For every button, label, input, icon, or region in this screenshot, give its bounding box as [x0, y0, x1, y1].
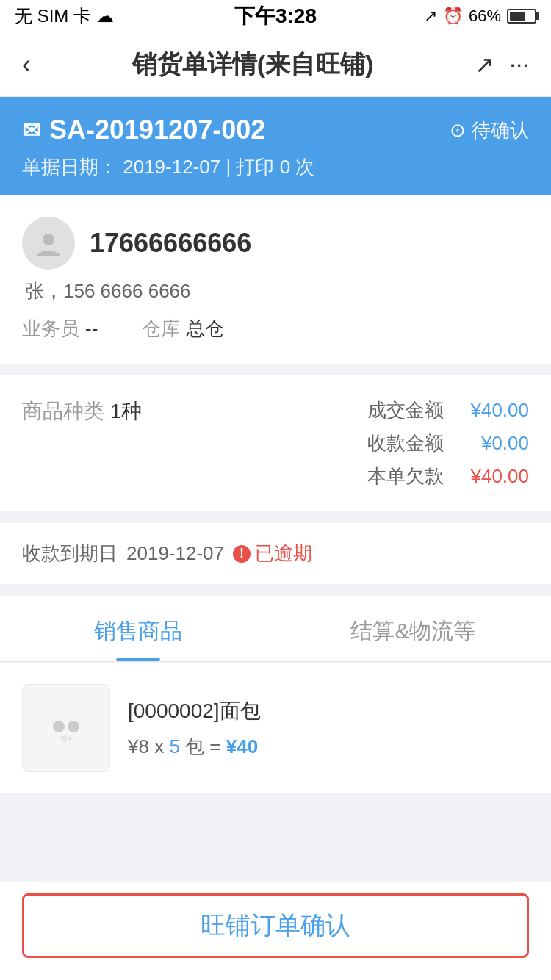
bottom-bar: 旺铺订单确认 — [0, 882, 551, 980]
overdue-icon: ! — [233, 545, 251, 563]
category-info: 商品种类 1种 — [22, 397, 142, 425]
quantity: 5 — [169, 735, 179, 757]
category-label: 商品种类 — [22, 400, 104, 422]
salesperson-field: 业务员 -- — [22, 316, 98, 342]
order-header-banner: ✉ SA-20191207-002 ⊙ 待确认 单据日期： 2019-12-07… — [0, 97, 551, 195]
customer-phone: 17666666666 — [90, 228, 251, 259]
tab-settlement-label: 结算&物流等 — [350, 619, 475, 643]
order-icon: ✉ — [22, 118, 40, 143]
location-icon: ↗ — [424, 7, 437, 26]
order-id-container: ✉ SA-20191207-002 — [22, 115, 265, 145]
customer-section: 17666666666 张，156 6666 6666 业务员 -- 仓库 总仓 — [0, 195, 551, 364]
product-logo: 管+ — [44, 713, 88, 743]
due-date-label: 收款到期日 — [22, 541, 118, 566]
page-title: 销货单详情(来自旺铺) — [132, 48, 374, 82]
category-value: 1种 — [110, 400, 143, 422]
status-label: 待确认 — [472, 118, 529, 143]
tab-sales-label: 销售商品 — [94, 619, 182, 643]
date-value: 2019-12-07 — [123, 156, 220, 178]
print-info: | 打印 0 次 — [226, 156, 314, 178]
received-value: ¥0.00 — [455, 432, 529, 455]
total-price: ¥40 — [226, 735, 258, 757]
confirm-order-button[interactable]: 旺铺订单确认 — [22, 893, 529, 958]
sim-label: 无 SIM 卡 ☁ — [15, 4, 114, 28]
status-bar-time: 下午3:28 — [234, 2, 317, 30]
product-details: [0000002]面包 ¥8 x 5 包 = ¥40 — [128, 697, 529, 760]
owed-label: 本单欠款 — [367, 464, 444, 489]
warehouse-field: 仓库 总仓 — [142, 316, 224, 342]
amount-row: 成交金额 ¥40.00 — [367, 397, 529, 423]
svg-point-1 — [53, 721, 65, 732]
svg-point-2 — [68, 721, 79, 732]
unit-label: 包 — [185, 735, 204, 757]
overdue-label: 已逾期 — [255, 541, 312, 566]
summary-section: 商品种类 1种 成交金额 ¥40.00 收款金额 ¥0.00 本单欠款 ¥40.… — [0, 375, 551, 511]
avatar — [22, 217, 75, 270]
financial-summary: 成交金额 ¥40.00 收款金额 ¥0.00 本单欠款 ¥40.00 — [367, 397, 529, 489]
amount-value: ¥40.00 — [455, 399, 529, 422]
battery-icon — [507, 9, 536, 24]
table-row: 管+ [0000002]面包 ¥8 x 5 包 = ¥40 — [0, 663, 551, 793]
tab-sales-products[interactable]: 销售商品 — [0, 596, 276, 661]
due-date-value: 2019-12-07 — [126, 542, 224, 565]
tabs-bar: 销售商品 结算&物流等 — [0, 596, 551, 662]
status-bar-left: 无 SIM 卡 ☁ — [15, 4, 114, 28]
tab-settlement[interactable]: 结算&物流等 — [276, 596, 551, 661]
status-bar-right: ↗ ⏰ 66% — [424, 7, 536, 26]
multiply-sign: x — [154, 735, 169, 757]
nav-bar: ‹ 销货单详情(来自旺铺) ↗ ··· — [0, 32, 551, 97]
clock-icon: ⊙ — [450, 119, 466, 142]
received-label: 收款金额 — [367, 430, 444, 456]
battery-percent: 66% — [469, 7, 501, 26]
order-status: ⊙ 待确认 — [450, 118, 529, 143]
due-date-section: 收款到期日 2019-12-07 ! 已逾期 — [0, 523, 551, 584]
received-row: 收款金额 ¥0.00 — [367, 430, 529, 456]
date-label: 单据日期： — [22, 156, 118, 178]
svg-text:管+: 管+ — [60, 735, 72, 743]
amount-label: 成交金额 — [367, 397, 444, 423]
overdue-badge: ! 已逾期 — [233, 541, 312, 566]
customer-name: 张，156 6666 6666 — [22, 278, 529, 304]
product-thumbnail: 管+ — [22, 684, 110, 772]
customer-meta: 业务员 -- 仓库 总仓 — [22, 316, 529, 342]
svg-point-0 — [43, 234, 54, 245]
owed-value: ¥40.00 — [455, 465, 529, 488]
product-price-row: ¥8 x 5 包 = ¥40 — [128, 734, 529, 760]
warehouse-value: 总仓 — [186, 316, 224, 342]
product-name: [0000002]面包 — [128, 697, 529, 725]
order-date-row: 单据日期： 2019-12-07 | 打印 0 次 — [22, 154, 529, 180]
price-per-unit: ¥8 — [128, 735, 149, 757]
equals-sign: = — [209, 735, 226, 757]
product-list: 管+ [0000002]面包 ¥8 x 5 包 = ¥40 — [0, 663, 551, 793]
status-bar: 无 SIM 卡 ☁ 下午3:28 ↗ ⏰ 66% — [0, 0, 551, 32]
owed-row: 本单欠款 ¥40.00 — [367, 464, 529, 489]
alarm-icon: ⏰ — [443, 7, 463, 26]
more-icon[interactable]: ··· — [509, 51, 529, 78]
share-icon[interactable]: ↗ — [475, 51, 494, 79]
back-button[interactable]: ‹ — [22, 49, 31, 80]
order-id: SA-20191207-002 — [49, 115, 265, 145]
warehouse-label: 仓库 — [142, 316, 180, 342]
salesperson-value: -- — [85, 317, 98, 340]
nav-actions: ↗ ··· — [475, 51, 529, 79]
salesperson-label: 业务员 — [22, 316, 79, 342]
